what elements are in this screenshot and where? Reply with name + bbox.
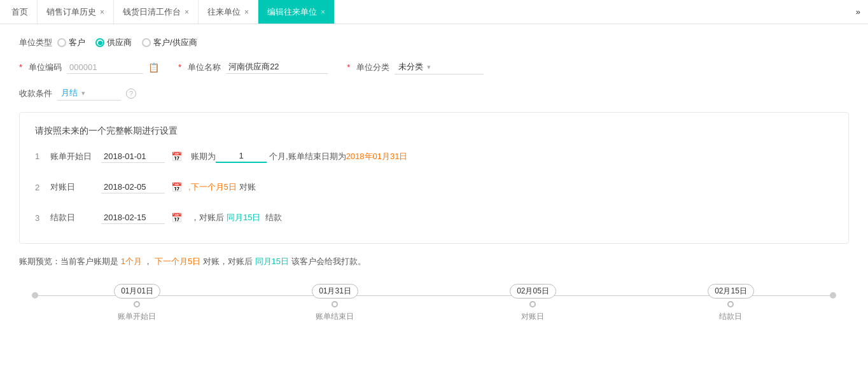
unit-category-arrow: ▾ — [427, 63, 431, 71]
help-icon[interactable]: ? — [126, 88, 136, 99]
preview-middle1: ， — [144, 257, 152, 266]
tab-close-edit-partner[interactable]: × — [321, 8, 325, 17]
tab-close-partner[interactable]: × — [244, 8, 249, 17]
radio-label-both: 客户/供应商 — [153, 37, 197, 48]
tab-home[interactable]: 首页 — [3, 0, 38, 24]
unit-code-star: * — [19, 62, 22, 72]
timeline-dot-3 — [529, 301, 536, 307]
preview-month: 1个月 — [121, 257, 142, 266]
timeline-node-4: 02月15日 结款日 — [708, 284, 754, 322]
unit-code-icon[interactable]: 📋 — [148, 62, 159, 73]
unit-category-label: 单位分类 — [356, 62, 389, 73]
period-month-input[interactable] — [216, 150, 267, 163]
unit-code-label: 单位编码 — [29, 62, 62, 73]
timeline-dot-1 — [134, 301, 140, 307]
timeline-end-dot — [830, 292, 836, 299]
radio-circle-supplier — [95, 38, 104, 47]
timeline-node-3: 02月05日 对账日 — [510, 284, 556, 322]
unit-category-select[interactable]: 未分类 ▾ — [395, 60, 484, 74]
expand-icon: » — [856, 7, 860, 17]
unit-name-label: 单位名称 — [188, 62, 221, 73]
radio-circle-customer — [57, 38, 66, 47]
period-label-3: 结款日 — [50, 212, 101, 223]
timeline-container: 01月01日 账单开始日 01月31日 账单结束日 02月05日 对账日 02月… — [19, 284, 849, 348]
timeline-date-2: 01月31日 — [312, 284, 358, 299]
preview-next-date: 下一个月5日 — [155, 257, 200, 266]
period-end-date-1: 2018年01月31日 — [346, 151, 408, 162]
tab-edit-partner[interactable]: 编辑往来单位 × — [258, 0, 335, 24]
preview-middle2: 对账，对账后 — [203, 257, 253, 266]
timeline-date-1: 01月01日 — [114, 284, 160, 299]
timeline-date-3: 02月05日 — [510, 284, 556, 299]
radio-label-customer: 客户 — [69, 37, 85, 48]
unit-name-field: * 单位名称 — [178, 61, 328, 74]
unit-type-field: 单位类型 客户 供应商 客户/供应商 — [19, 37, 197, 48]
unit-name-star: * — [178, 62, 181, 72]
unit-code-field: * 单位编码 📋 — [19, 61, 159, 74]
period-suffix2-2: 对账 — [239, 181, 256, 193]
payment-terms-row: 收款条件 月结 ▾ ? — [19, 86, 849, 101]
timeline-start-dot — [32, 292, 38, 299]
timeline-dot-4 — [727, 301, 734, 307]
preview-text: 账期预览：当前客户账期是 1个月 ， 下一个月5日 对账，对账后 同月15日 该… — [19, 254, 849, 269]
period-num-1: 1 — [35, 151, 50, 161]
period-title: 请按照未来的一个完整帐期进行设置 — [35, 125, 833, 137]
period-highlight-3: 同月15日 — [227, 212, 260, 223]
tab-close-sales-history[interactable]: × — [100, 8, 104, 17]
period-label-1: 账单开始日 — [50, 151, 101, 162]
timeline-label-3: 对账日 — [521, 311, 544, 322]
period-date-1[interactable] — [101, 150, 165, 163]
timeline-dot-2 — [332, 301, 338, 307]
tab-cash-desk[interactable]: 钱货日清工作台 × — [114, 0, 199, 24]
period-row-1: 1 账单开始日 📅 账期为 个月,账单结束日期为 2018年01月31日 — [35, 150, 833, 163]
radio-circle-both — [142, 38, 151, 47]
period-label-2: 对账日 — [50, 181, 101, 193]
period-cal-3[interactable]: 📅 — [171, 213, 182, 223]
radio-both[interactable]: 客户/供应商 — [142, 37, 197, 48]
preview-suffix: 该客户会给我打款。 — [291, 257, 366, 266]
period-row-2: 2 对账日 📅 ,下一个月5日 对账 — [35, 181, 833, 194]
period-suffix-before-1: 账期为 — [191, 151, 216, 162]
period-num-3: 3 — [35, 213, 50, 223]
period-box: 请按照未来的一个完整帐期进行设置 1 账单开始日 📅 账期为 个月,账单结束日期… — [19, 112, 849, 244]
timeline-node-2: 01月31日 账单结束日 — [312, 284, 358, 322]
unit-type-radio-group: 客户 供应商 客户/供应商 — [57, 37, 197, 48]
period-cal-2[interactable]: 📅 — [171, 182, 182, 192]
payment-terms-select[interactable]: 月结 ▾ — [57, 86, 121, 101]
period-cal-1[interactable]: 📅 — [171, 151, 182, 162]
unit-type-row: 单位类型 客户 供应商 客户/供应商 — [19, 37, 849, 48]
period-next-date-2: ,下一个月5日 — [188, 181, 237, 193]
timeline-node-1: 01月01日 账单开始日 — [114, 284, 160, 322]
unit-category-value: 未分类 — [398, 61, 423, 73]
period-suffix2-3: 结款 — [265, 212, 282, 223]
tab-sales-history[interactable]: 销售订单历史 × — [38, 0, 114, 24]
unit-type-label: 单位类型 — [19, 37, 52, 48]
unit-info-row: * 单位编码 📋 * 单位名称 * 单位分类 未分类 ▾ — [19, 60, 849, 74]
radio-supplier[interactable]: 供应商 — [95, 37, 132, 48]
payment-terms-value: 月结 — [61, 87, 78, 99]
unit-category-star: * — [347, 62, 350, 72]
radio-label-supplier: 供应商 — [107, 37, 132, 48]
main-content: 单位类型 客户 供应商 客户/供应商 * 单位编码 — [0, 24, 868, 387]
timeline-date-4: 02月15日 — [708, 284, 754, 299]
period-suffix-3: ，对账后 — [191, 212, 224, 223]
timeline-label-2: 账单结束日 — [316, 311, 354, 322]
timeline-label-1: 账单开始日 — [118, 311, 156, 322]
tab-partner[interactable]: 往来单位 × — [199, 0, 258, 24]
period-date-3[interactable] — [101, 211, 165, 224]
period-suffix-after-1: 个月,账单结束日期为 — [269, 151, 346, 162]
period-row-3: 3 结款日 📅 ，对账后 同月15日 结款 — [35, 211, 833, 224]
period-num-2: 2 — [35, 183, 50, 192]
timeline-label-4: 结款日 — [719, 311, 742, 322]
radio-customer[interactable]: 客户 — [57, 37, 85, 48]
preview-prefix: 账期预览：当前客户账期是 — [19, 257, 118, 266]
tab-bar: 首页 销售订单历史 × 钱货日清工作台 × 往来单位 × 编辑往来单位 × » — [0, 0, 868, 24]
unit-code-input[interactable] — [67, 61, 143, 74]
payment-terms-field: 收款条件 月结 ▾ ? — [19, 86, 136, 101]
unit-category-field: * 单位分类 未分类 ▾ — [347, 60, 484, 74]
unit-name-input[interactable] — [226, 61, 328, 74]
payment-terms-arrow: ▾ — [81, 89, 85, 97]
tab-expand-button[interactable]: » — [851, 0, 865, 24]
period-date-2[interactable] — [101, 181, 165, 194]
tab-close-cash-desk[interactable]: × — [185, 8, 189, 17]
